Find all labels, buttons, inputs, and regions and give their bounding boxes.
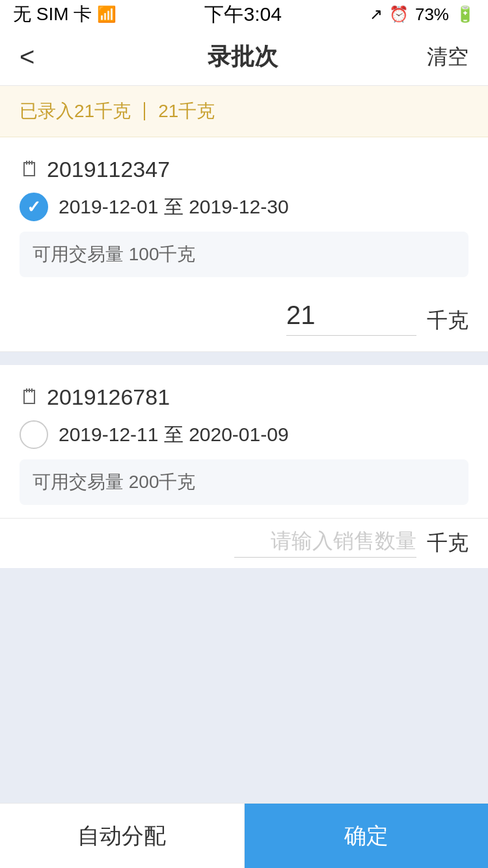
batch-radio-1[interactable]: [20, 193, 48, 221]
quantity-value-1: 21: [286, 301, 316, 329]
batch-id-row-1: 🗒 2019112347: [20, 157, 468, 182]
status-time: 下午3:04: [204, 1, 281, 28]
batch-volume-2: 可用交易量 200千克: [20, 459, 468, 505]
status-right: ↗ ⏰ 73% 🔋: [370, 5, 475, 25]
quantity-input-2[interactable]: [234, 529, 416, 558]
batch-date-2: 2019-12-11 至 2020-01-09: [59, 422, 289, 448]
batch-card-1: 🗒 2019112347 2019-12-01 至 2019-12-30 可用交…: [0, 137, 488, 352]
carrier-label: 无 SIM 卡: [13, 2, 92, 27]
clear-button[interactable]: 清空: [427, 43, 468, 72]
quantity-unit-1: 千克: [427, 306, 468, 335]
summary-recorded: 已录入21千克: [20, 99, 131, 124]
batch-date-row-2: 2019-12-11 至 2020-01-09: [20, 420, 468, 449]
bottom-bar: 自动分配 确定: [0, 803, 488, 868]
batch-id-2: 2019126781: [47, 385, 170, 410]
alarm-icon: ⏰: [389, 5, 409, 23]
batch-volume-1: 可用交易量 100千克: [20, 232, 468, 277]
location-icon: ↗: [370, 5, 383, 23]
input-unit-2: 千克: [427, 529, 468, 558]
input-quantity-row-2: 千克: [0, 518, 488, 568]
auto-distribute-button[interactable]: 自动分配: [0, 804, 245, 868]
batch-id-1: 2019112347: [47, 157, 170, 182]
battery-label: 73%: [415, 5, 449, 25]
status-left: 无 SIM 卡 📶: [13, 2, 116, 27]
batch-id-row-2: 🗒 2019126781: [20, 385, 468, 410]
batch-date-row-1: 2019-12-01 至 2019-12-30: [20, 193, 468, 221]
confirm-button[interactable]: 确定: [245, 804, 489, 868]
summary-banner: 已录入21千克 21千克: [0, 86, 488, 137]
quantity-row-1: 21 千克: [0, 290, 488, 352]
page-title: 录批次: [208, 41, 278, 73]
back-button[interactable]: <: [20, 42, 59, 72]
battery-icon: 🔋: [455, 5, 475, 23]
batch-card-2: 🗒 2019126781 2019-12-11 至 2020-01-09 可用交…: [0, 365, 488, 568]
batch-doc-icon-2: 🗒: [20, 385, 40, 409]
summary-total: 21千克: [158, 99, 215, 124]
nav-bar: < 录批次 清空: [0, 29, 488, 86]
wifi-icon: 📶: [97, 5, 116, 23]
status-bar: 无 SIM 卡 📶 下午3:04 ↗ ⏰ 73% 🔋: [0, 0, 488, 29]
quantity-wrapper-1: 21: [286, 301, 416, 341]
batch-doc-icon-1: 🗒: [20, 157, 40, 182]
batch-date-1: 2019-12-01 至 2019-12-30: [59, 194, 289, 221]
section-separator: [0, 352, 488, 365]
summary-divider: [144, 102, 145, 120]
empty-area: [0, 568, 488, 828]
batch-radio-2[interactable]: [20, 420, 48, 449]
